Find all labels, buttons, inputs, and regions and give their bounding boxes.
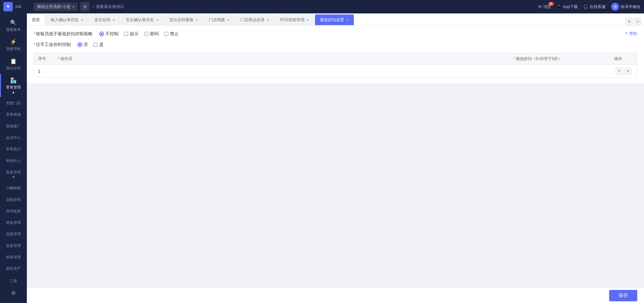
radio-forbid[interactable]: 禁止 (164, 31, 179, 37)
radio-no[interactable]: 否 (77, 42, 88, 48)
radio-password-label: 密码 (150, 31, 159, 37)
project-selector[interactable]: 测试分开流程-小览 ▾ (34, 3, 77, 11)
radio-forbid-circle (164, 32, 169, 36)
close-icon[interactable]: ✕ (267, 18, 269, 22)
sidebar-item-label: 零售管理 (6, 85, 21, 90)
app-download-button[interactable]: 📱 App下载 (556, 4, 578, 10)
project-icon: 📋 (10, 58, 17, 64)
tab-min-discount-label: 最低折扣设置 (320, 17, 344, 23)
sidebar-item-purchase[interactable]: 采购管理 (0, 194, 27, 205)
sidebar-item-ecommerce[interactable]: 小畅电商 (0, 182, 27, 194)
data-table-wrap: 序号 *操作员 *最低折扣（9.00等于9折） 操作 (34, 53, 637, 78)
action-buttons: ✎ ✕ (614, 67, 633, 75)
sidebar-item-label: 项目合同 (6, 66, 21, 70)
close-icon[interactable]: ✕ (112, 18, 115, 22)
chevron-down-icon: ▾ (72, 5, 74, 9)
close-icon[interactable]: ✕ (156, 18, 159, 22)
sidebar-item-retail-stat[interactable]: 零售统计 (0, 143, 27, 155)
tab-store-archive[interactable]: 门店档案 ✕ (204, 14, 235, 25)
sidebar-item-label: 营销推广 (6, 124, 21, 129)
sidebar-item-salary[interactable]: 工资 (0, 275, 27, 287)
sidebar-item-inventory[interactable]: 库存核算 (0, 205, 27, 217)
sidebar-item-project[interactable]: 📋 项目合同 (0, 55, 27, 74)
gear-icon: ⚙ (11, 290, 16, 296)
tab-income[interactable]: 收入确认单历史 ✕ (46, 14, 89, 25)
service-icon: 🎧 (583, 4, 588, 9)
sidebar-item-online-store[interactable]: 零售商城 (0, 109, 27, 120)
edit-button[interactable]: ✎ (615, 67, 623, 75)
help-button[interactable]: ？ 帮助 (624, 31, 637, 37)
radio-no-control[interactable]: 不控制 (99, 31, 118, 37)
sidebar-item-shortcut[interactable]: ⚡ 快捷导航 (0, 35, 27, 54)
discount-control-label: *收银员低于最低折扣控制策略 (34, 31, 93, 37)
sidebar-item-search[interactable]: 🔍 搜索菜单 (0, 16, 27, 35)
retail-icon: 🏪 (10, 77, 17, 84)
demo-link-icon: ○ (92, 4, 95, 9)
sidebar-item-tax[interactable]: 税务管理 (0, 251, 27, 263)
sidebar-item-label: 采购管理 (6, 197, 21, 202)
tab-expense-view[interactable]: 支出合同看板 ✕ (164, 14, 203, 25)
message-icon: ✉ (538, 4, 542, 9)
sidebar-item-invoice[interactable]: 发票管理 (0, 240, 27, 251)
tab-home[interactable]: 首页 (27, 14, 45, 25)
tab-close-button[interactable]: ✕ (625, 18, 633, 25)
sidebar-item-fixed-assets[interactable]: 固定资产 (0, 263, 27, 274)
form-section: ？ 帮助 *收银员低于最低折扣控制策略 不控制 (34, 31, 637, 48)
tab-contract[interactable]: 支出合同 ✕ (89, 14, 120, 25)
sidebar-settings-button[interactable]: ⚙ (0, 287, 27, 300)
download-icon: 📱 (556, 4, 561, 9)
demo-link[interactable]: ○ 我要看实例演示 (92, 4, 124, 10)
radio-password[interactable]: 密码 (144, 31, 159, 37)
close-icon[interactable]: ✕ (346, 18, 349, 22)
tab-store-archive-label: 门店档案 (209, 17, 225, 23)
cell-action: ✎ ✕ (610, 65, 637, 78)
sidebar-item-wholesale[interactable]: 批发管理 ▼ (0, 166, 27, 182)
tab-expense-confirm[interactable]: 支出确认单历史 ✕ (121, 14, 164, 25)
manual-control-label: *仅手工改价时控制 (34, 42, 71, 48)
user-profile-button[interactable]: 徐 徐泽华修改 (611, 3, 641, 11)
main-layout: 🔍 搜索菜单 ⚡ 快捷导航 📋 项目合同 🏪 零售管理 ▲ 智慧门店 零售商城 … (0, 13, 644, 303)
data-table: 序号 *操作员 *最低折扣（9.00等于9折） 操作 (34, 53, 637, 78)
sidebar: 🔍 搜索菜单 ⚡ 快捷导航 📋 项目合同 🏪 零售管理 ▲ 智慧门店 零售商城 … (0, 13, 27, 303)
sidebar-item-label: 库存核算 (6, 209, 21, 213)
sidebar-item-accounting[interactable]: 总账管理 (0, 228, 27, 240)
radio-no-label: 否 (84, 42, 88, 48)
delete-button[interactable]: ✕ (624, 67, 632, 75)
radio-yes[interactable]: 是 (93, 42, 104, 48)
sidebar-item-label: 小畅电商 (6, 186, 21, 190)
radio-yes-label: 是 (99, 42, 104, 48)
sidebar-item-retail[interactable]: 🏪 零售管理 ▲ (0, 74, 27, 97)
tab-expand-button[interactable]: ⤢ (634, 18, 641, 25)
sidebar-item-finance[interactable]: 资金管理 (0, 217, 27, 228)
content-area: 首页 收入确认单历史 ✕ 支出合同 ✕ 支出确认单历史 ✕ 支出合同看板 ✕ 门… (27, 13, 644, 303)
tab-min-discount[interactable]: 最低折扣设置 ✕ (315, 14, 354, 25)
messages-button[interactable]: ✉ 消息 8 (538, 4, 551, 10)
close-icon[interactable]: ✕ (307, 18, 309, 22)
shortcut-icon: ⚡ (10, 39, 17, 45)
sidebar-item-member[interactable]: 会员中心 (0, 132, 27, 143)
top-bar-right: ✉ 消息 8 📱 App下载 🎧 在线客服 徐 徐泽华修改 (538, 3, 641, 11)
radio-no-control-circle (99, 32, 104, 36)
settings-button[interactable]: ⚙ (80, 2, 90, 11)
manual-control-radio-group: 否 是 (77, 42, 104, 48)
online-service-button[interactable]: 🎧 在线客服 (583, 4, 606, 10)
sidebar-item-help[interactable]: 帮助中心 (0, 155, 27, 166)
tab-expense-view-label: 支出合同看板 (169, 17, 194, 23)
tab-pos-password[interactable]: POS加密管理 ✕ (275, 14, 314, 25)
close-icon[interactable]: ✕ (81, 18, 84, 22)
table-header-row: 序号 *操作员 *最低折扣（9.00等于9折） 操作 (34, 53, 637, 65)
app-download-label: App下载 (563, 4, 578, 10)
radio-no-control-label: 不控制 (105, 31, 118, 37)
close-icon[interactable]: ✕ (227, 18, 230, 22)
sidebar-item-marketing[interactable]: 营销推广 (0, 120, 27, 132)
close-icon[interactable]: ✕ (196, 18, 198, 22)
sidebar-item-label: 工资 (10, 279, 17, 283)
sidebar-item-label: 帮助中心 (6, 158, 21, 163)
radio-hint[interactable]: 提示 (124, 31, 139, 37)
messages-badge: 8 (548, 2, 554, 6)
save-button[interactable]: 保存 (609, 290, 637, 301)
sidebar-item-smart-store[interactable]: 智慧门店 (0, 97, 27, 109)
search-icon: 🔍 (10, 19, 17, 26)
logo-icon: 专 (3, 2, 13, 11)
tab-store-catalog[interactable]: 门店商品目录 ✕ (235, 14, 274, 25)
